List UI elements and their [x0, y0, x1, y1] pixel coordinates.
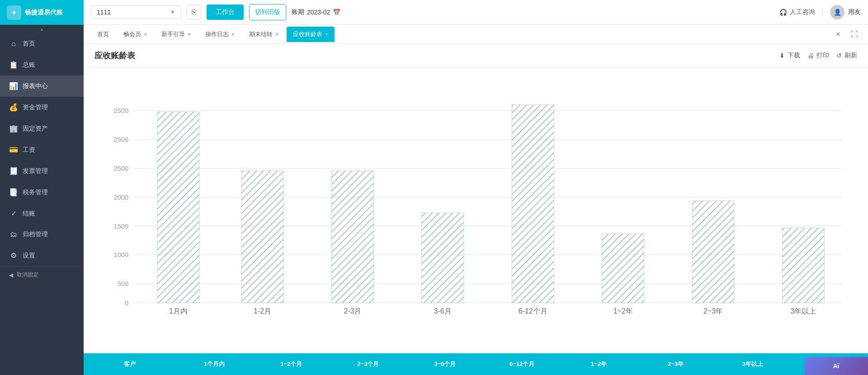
print-label: 打印 — [816, 52, 829, 60]
tax-icon: 📑 — [9, 188, 18, 197]
sidebar-item-label: 工资 — [23, 146, 35, 154]
sidebar-item-label: 发票管理 — [23, 167, 48, 175]
salary-icon: 💳 — [9, 145, 18, 154]
svg-text:1500: 1500 — [114, 223, 129, 230]
svg-text:3年以上: 3年以上 — [791, 307, 816, 315]
tab-period-close[interactable]: 期末结转× — [243, 27, 285, 42]
sidebar-item-label: 资金管理 — [23, 103, 48, 112]
sidebar-item-label: 报表中心 — [23, 82, 48, 90]
period-value: 2023-02 — [307, 9, 330, 16]
sidebar: ✦ 畅捷通易代账 ▲ ⌂ 首页 📋 总账 📊 报表中心 💰 资金管理 🏢 固定资… — [0, 0, 84, 375]
table-header-col-0: 客户 — [84, 360, 176, 368]
sidebar-item-funds[interactable]: 💰 资金管理 — [0, 97, 84, 118]
print-button[interactable]: 🖨 打印 — [807, 52, 829, 60]
company-name: 1111 — [97, 9, 166, 16]
sidebar-item-settle[interactable]: ✓ 结账 — [0, 203, 84, 224]
close-tab-button[interactable]: × — [832, 28, 844, 41]
main-area: 1111 ▼ ⎘ 工作台 切到旧版 账期 2023-02 📅 🎧 人工咨询 👤 … — [84, 0, 868, 375]
svg-text:2500: 2500 — [114, 107, 129, 114]
maximize-button[interactable]: ⛶ — [848, 28, 861, 41]
logo-text: 畅捷通易代账 — [25, 9, 63, 17]
period-info: 账期 2023-02 📅 — [292, 8, 340, 16]
page-actions: ⬇ 下载 🖨 打印 ↺ 刷新 — [779, 52, 857, 60]
sidebar-item-home[interactable]: ⌂ 首页 — [0, 33, 84, 54]
svg-rect-25 — [512, 105, 554, 303]
tab-label: 新手引导 — [161, 30, 185, 38]
download-icon: ⬇ — [779, 52, 785, 59]
svg-rect-19 — [241, 171, 283, 303]
download-button[interactable]: ⬇ 下载 — [779, 52, 800, 60]
tab-close-oplog[interactable]: × — [231, 31, 235, 38]
cancel-fixed-btn[interactable]: ◀ 取消固定 — [0, 266, 84, 283]
svg-text:2500: 2500 — [114, 165, 129, 172]
sidebar-item-salary[interactable]: 💳 工资 — [0, 139, 84, 160]
svg-text:2-3月: 2-3月 — [344, 307, 361, 315]
assets-icon: 🏢 — [9, 124, 18, 133]
tab-close-guide[interactable]: × — [188, 31, 191, 38]
tab-label: 应收账龄表 — [293, 30, 322, 38]
ledger-icon: 📋 — [9, 61, 18, 69]
ai-assistant-button[interactable]: Ai — [804, 357, 868, 375]
download-label: 下载 — [788, 52, 800, 60]
calendar-icon[interactable]: 📅 — [333, 9, 340, 16]
tabs-actions: × ⛶ — [832, 28, 861, 41]
tab-close-membership[interactable]: × — [144, 31, 147, 38]
company-selector[interactable]: 1111 ▼ — [91, 5, 181, 19]
refresh-icon: ↺ — [836, 52, 842, 59]
scroll-up-indicator: ▲ — [0, 25, 84, 33]
svg-rect-31 — [782, 228, 824, 303]
copy-button[interactable]: ⎘ — [187, 5, 201, 19]
workbench-button[interactable]: 工作台 — [207, 5, 244, 20]
sidebar-item-reports[interactable]: 📊 报表中心 — [0, 75, 84, 97]
tab-home[interactable]: 首页 — [91, 27, 115, 42]
table-header-col-1: 1个月内 — [176, 360, 253, 368]
table-header-col-3: 2~3个月 — [330, 360, 406, 368]
switch-version-button[interactable]: 切到旧版 — [249, 4, 286, 20]
headset-icon: 🎧 — [779, 9, 787, 16]
page-title: 应收账龄表 — [94, 50, 135, 61]
tab-close-period-close[interactable]: × — [275, 31, 278, 38]
svg-text:500: 500 — [118, 280, 128, 287]
table-header-row: 客户1个月内1~2个月2~3个月3~6个月6~12个月1~2年2~3年3年以上合… — [84, 353, 868, 375]
sidebar-item-invoice[interactable]: 🧾 发票管理 — [0, 160, 84, 182]
svg-text:1月内: 1月内 — [169, 307, 188, 315]
user-name: 用友 — [848, 8, 861, 16]
sidebar-item-label: 固定资产 — [23, 125, 48, 133]
svg-text:2000: 2000 — [114, 194, 129, 201]
sidebar-item-ledger[interactable]: 📋 总账 — [0, 54, 84, 75]
content-area: 应收账龄表 ⬇ 下载 🖨 打印 ↺ 刷新 2500 250 — [84, 44, 868, 375]
settings-icon: ⚙ — [9, 251, 18, 260]
user-avatar: 👤 — [830, 5, 844, 19]
svg-rect-21 — [331, 171, 373, 303]
table-header-col-6: 1~2年 — [561, 360, 637, 368]
svg-text:6-12个月: 6-12个月 — [519, 307, 547, 315]
sidebar-item-tax[interactable]: 📑 税务管理 — [0, 182, 84, 203]
user-menu[interactable]: 👤 用友 — [830, 5, 861, 19]
table-header-col-8: 3年以上 — [714, 360, 791, 368]
svg-text:2500: 2500 — [114, 136, 129, 143]
sidebar-item-label: 税务管理 — [23, 188, 48, 197]
svg-text:1-2月: 1-2月 — [254, 307, 271, 315]
table-header-col-4: 3~6个月 — [406, 360, 483, 368]
tab-membership[interactable]: 畅会员× — [117, 27, 153, 42]
sidebar-item-assets[interactable]: 🏢 固定资产 — [0, 118, 84, 139]
arrow-left-icon: ◀ — [9, 272, 13, 278]
refresh-button[interactable]: ↺ 刷新 — [836, 52, 857, 60]
tab-aging[interactable]: 应收账龄表× — [287, 27, 335, 42]
svg-text:1000: 1000 — [114, 251, 129, 258]
tab-oplog[interactable]: 操作日志× — [199, 27, 241, 42]
archive-icon: 🗂 — [9, 230, 18, 239]
tab-label: 操作日志 — [205, 30, 229, 38]
svg-rect-29 — [692, 201, 734, 303]
help-button[interactable]: 🎧 人工咨询 — [779, 8, 815, 16]
sidebar-item-label: 总账 — [23, 61, 35, 69]
home-icon: ⌂ — [9, 40, 18, 48]
sidebar-item-label: 首页 — [23, 40, 35, 48]
sidebar-nav: ▲ ⌂ 首页 📋 总账 📊 报表中心 💰 资金管理 🏢 固定资产 💳 工资 🧾 … — [0, 25, 84, 375]
sidebar-item-settings[interactable]: ⚙ 设置 — [0, 245, 84, 266]
copy-icon: ⎘ — [192, 8, 196, 16]
tab-close-aging[interactable]: × — [325, 31, 328, 38]
tab-guide[interactable]: 新手引导× — [155, 27, 197, 42]
table-header-col-2: 1~2个月 — [253, 360, 330, 368]
sidebar-item-archive[interactable]: 🗂 归档管理 — [0, 224, 84, 245]
